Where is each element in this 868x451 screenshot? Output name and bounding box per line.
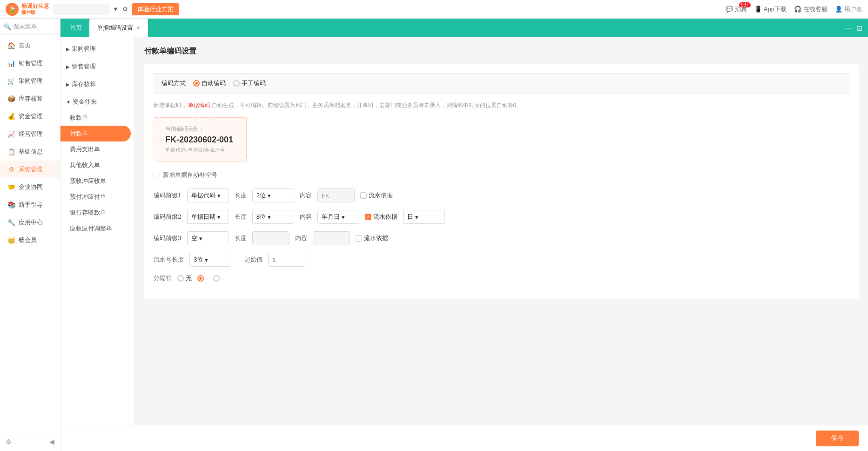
prefix-3-serial-checkbox[interactable]: [356, 235, 362, 242]
sub-item-receipt-label: 收款单: [70, 114, 88, 121]
tabs-bar: 首页 单据编码设置 ✕ — ⊡: [61, 19, 868, 37]
chevron-down-icon: ▼: [66, 100, 71, 105]
sub-item-expense[interactable]: 费用支出单: [61, 141, 135, 157]
topbar-right: 💬 消息 99+ 📱 App下载 🎧 在线客服 👤 用户名: [726, 5, 862, 13]
sidebar-item-purchase[interactable]: 🛒 采购管理: [0, 72, 60, 90]
sidebar-item-inventory[interactable]: 📦 库存核算: [0, 90, 60, 108]
sidebar-item-basic[interactable]: 📋 基础信息: [0, 143, 60, 161]
service-icon: 🎧: [794, 6, 801, 13]
sub-item-prepay-recv[interactable]: 预收冲应收单: [61, 173, 135, 189]
sub-item-payment[interactable]: 付款单: [61, 126, 131, 141]
sub-item-bank[interactable]: 银行存取款单: [61, 205, 135, 221]
sep-none-dot: [177, 275, 184, 282]
serial-row: 流水号长度 3位 ▾ 起始值: [154, 253, 849, 267]
prefix-1-serial-checkbox[interactable]: [360, 192, 367, 199]
sidebar-item-finance-label: 资金管理: [19, 112, 43, 121]
sidebar-item-finance[interactable]: 💰 资金管理: [0, 108, 60, 125]
sep-none-radio[interactable]: 无: [177, 274, 192, 283]
user-item[interactable]: 👤 用户名: [835, 5, 862, 13]
message-icon: 💬: [726, 6, 733, 13]
prefix-1-length-label: 长度: [235, 191, 247, 200]
sub-group-funds-title[interactable]: ▼ 资金往来: [61, 94, 135, 110]
prefix-3-content-value: [313, 231, 350, 245]
prefix-1-length-select[interactable]: 2位 ▾: [252, 188, 294, 202]
enterprise-icon: 🤝: [7, 183, 15, 191]
tabs-maximize-btn[interactable]: ⊡: [856, 24, 862, 33]
prefix-2-select[interactable]: 单据日期 ▾: [187, 210, 229, 224]
sub-item-other-income[interactable]: 其他收入单: [61, 157, 135, 173]
online-service-item[interactable]: 🎧 在线客服: [794, 5, 828, 13]
sub-item-prepay-recv-label: 预收冲应收单: [70, 177, 106, 184]
serial-length-select[interactable]: 3位 ▾: [189, 253, 231, 267]
app-download-item[interactable]: 📱 App下载: [754, 5, 787, 13]
topbar-left: 🍃 畅通好生意 插件版 ▼ ⚙ 体验行业方案: [6, 3, 179, 16]
sub-group-purchase-title[interactable]: ▶ 采购管理: [61, 41, 135, 57]
prefix-3-length-value: [252, 231, 289, 245]
radio-auto-label: 自动编码: [202, 79, 226, 88]
tab-home[interactable]: 首页: [62, 19, 89, 37]
sidebar-item-apps[interactable]: 🔧 应用中心: [0, 214, 60, 231]
sidebar-item-enterprise[interactable]: 🤝 企业协同: [0, 178, 60, 196]
radio-group: 自动编码 手工编码: [193, 79, 266, 88]
search-icon: 🔍: [4, 23, 11, 30]
sub-item-receipt[interactable]: 收款单: [61, 110, 135, 126]
sub-group-funds-label: 资金往来: [73, 98, 97, 106]
sidebar-item-operation[interactable]: 📈 经营管理: [0, 125, 60, 143]
sidebar-search[interactable]: 🔍 搜索菜单: [0, 19, 60, 35]
tabs-minimize-btn[interactable]: —: [845, 24, 853, 32]
operation-icon: 📈: [7, 130, 15, 138]
sidebar-item-system[interactable]: ⚙ 系统管理: [0, 161, 60, 178]
prefix-1-length-value: 2位: [256, 191, 266, 200]
sidebar-item-vip[interactable]: 👑 畅会员: [0, 231, 60, 249]
save-button[interactable]: 保存: [816, 431, 859, 446]
settings-bottom-btn[interactable]: ⚙: [4, 436, 13, 447]
trial-btn[interactable]: 体验行业方案: [132, 3, 179, 15]
sub-item-prepay-pay[interactable]: 预付冲应付单: [61, 189, 135, 205]
prefix-2-label: 编码前缀2: [154, 213, 182, 221]
sub-group-inventory-title[interactable]: ▶ 库存核算: [61, 76, 135, 92]
radio-manual[interactable]: 手工编码: [233, 79, 266, 88]
radio-auto[interactable]: 自动编码: [193, 79, 226, 88]
topbar-settings-btn[interactable]: ⚙: [122, 6, 128, 13]
sidebar-item-sales[interactable]: 📊 销售管理: [0, 54, 60, 72]
code-preview-desc: 单据代码-单据日期-流水号: [165, 147, 235, 154]
sidebar-item-home[interactable]: 🏠 首页: [0, 37, 60, 54]
prefix-1-select[interactable]: 单据代码 ▾: [187, 188, 229, 202]
brand-name: 畅通好生意: [21, 3, 49, 9]
sep-dash-radio[interactable]: -: [197, 275, 208, 282]
sidebar-item-inventory-label: 库存核算: [19, 94, 43, 103]
encoding-method-row: 编码方式 自动编码 手工编码: [154, 73, 849, 94]
purchase-icon: 🛒: [7, 77, 15, 85]
prefix-2-select-value: 单据日期: [191, 213, 215, 221]
prefix-2-serial-unit-value: 日: [407, 213, 413, 221]
prefix-2-content-select[interactable]: 年月日 ▾: [317, 210, 359, 224]
radio-manual-dot: [233, 80, 240, 87]
sidebar-item-home-label: 首页: [19, 41, 31, 50]
radio-auto-dot: [193, 80, 200, 87]
prefix-3-serial: 流水依据: [356, 234, 388, 242]
prefix-1-length-chevron-icon: ▾: [268, 192, 271, 199]
tab-close-icon[interactable]: ✕: [136, 25, 141, 31]
prefix-3-select[interactable]: 空 ▾: [187, 231, 229, 245]
sidebar-item-guide[interactable]: 📚 新手引导: [0, 196, 60, 214]
message-item[interactable]: 💬 消息 99+: [726, 5, 747, 13]
topbar-search: [53, 4, 109, 15]
chevron-right-icon2: ▶: [66, 64, 70, 69]
prefix-2-serial-unit-select[interactable]: 日 ▾: [403, 210, 445, 224]
sub-item-payment-label: 付款单: [70, 130, 88, 137]
tab-encoding[interactable]: 单据编码设置 ✕: [89, 19, 148, 37]
prefix-2-serial-checkbox[interactable]: ✓: [365, 214, 371, 220]
collapse-btn[interactable]: ◀: [47, 436, 56, 447]
sep-dot-radio[interactable]: ·: [213, 275, 223, 282]
prefix-2-length-select[interactable]: 8位 ▾: [252, 210, 294, 224]
topbar-dropdown-btn[interactable]: ▼: [113, 6, 119, 13]
start-value-input[interactable]: [268, 253, 305, 267]
auto-fill-checkbox[interactable]: [154, 172, 160, 178]
sub-group-sales-title[interactable]: ▶ 销售管理: [61, 59, 135, 74]
content-wrapper: ▶ 采购管理 ▶ 销售管理 ▶ 库存核算: [61, 37, 868, 451]
main-layout: 🔍 搜索菜单 🏠 首页 📊 销售管理 🛒 采购管理 📦 库存核算 💰: [0, 19, 868, 451]
search-label: 搜索菜单: [13, 22, 37, 31]
prefix-3-chevron-icon: ▾: [199, 235, 202, 242]
sub-item-adjust[interactable]: 应收应付调整单: [61, 221, 135, 236]
guide-icon: 📚: [7, 201, 15, 209]
